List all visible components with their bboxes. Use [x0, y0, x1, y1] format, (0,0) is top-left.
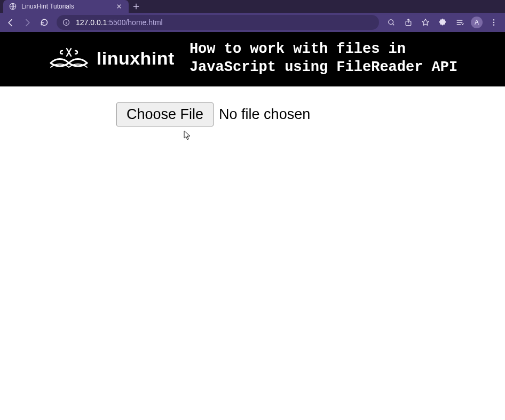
avatar-initial: A	[475, 19, 479, 26]
share-button[interactable]	[400, 14, 416, 30]
reading-list-button[interactable]	[452, 14, 468, 30]
brand-name: linuxhint	[97, 48, 175, 69]
mouse-cursor-icon	[184, 130, 192, 141]
url-host: 127.0.0.1	[76, 18, 107, 27]
info-icon[interactable]	[62, 18, 70, 27]
back-button[interactable]	[2, 14, 18, 30]
site-logo: linuxhint	[48, 44, 175, 74]
url-path: :5500/home.html	[107, 18, 162, 27]
svg-point-5	[493, 22, 495, 23]
new-tab-button[interactable]	[129, 0, 144, 13]
svg-point-2	[389, 20, 393, 25]
browser-menu-button[interactable]	[486, 14, 502, 30]
globe-icon	[9, 2, 17, 11]
headline-line-1: How to work with files in	[190, 41, 406, 57]
forward-button[interactable]	[19, 14, 35, 30]
close-icon[interactable]	[115, 2, 123, 11]
file-input-row: Choose File No file chosen	[116, 102, 505, 126]
choose-file-button[interactable]: Choose File	[116, 102, 214, 126]
browser-tab-active[interactable]: LinuxHint Tutorials	[3, 0, 129, 13]
svg-point-4	[493, 19, 495, 21]
file-chosen-status: No file chosen	[219, 106, 310, 123]
browser-tab-strip: LinuxHint Tutorials	[0, 0, 505, 13]
bookmark-star-button[interactable]	[417, 14, 433, 30]
extensions-button[interactable]	[435, 14, 451, 30]
reload-button[interactable]	[36, 14, 52, 30]
page-headline: How to work with files in JavaScript usi…	[190, 41, 457, 77]
profile-avatar[interactable]: A	[471, 17, 483, 28]
toolbar-right-icons: A	[383, 14, 502, 30]
svg-point-6	[493, 25, 495, 26]
zoom-button[interactable]	[383, 14, 399, 30]
tab-title: LinuxHint Tutorials	[21, 3, 115, 10]
book-logo-icon	[48, 44, 90, 74]
page-banner: linuxhint How to work with files in Java…	[0, 32, 505, 86]
browser-toolbar: 127.0.0.1:5500/home.html	[0, 13, 505, 32]
address-bar[interactable]: 127.0.0.1:5500/home.html	[57, 15, 379, 30]
headline-line-2: JavaScript using FileReader API	[190, 59, 457, 75]
page-content: Choose File No file chosen	[0, 86, 505, 126]
